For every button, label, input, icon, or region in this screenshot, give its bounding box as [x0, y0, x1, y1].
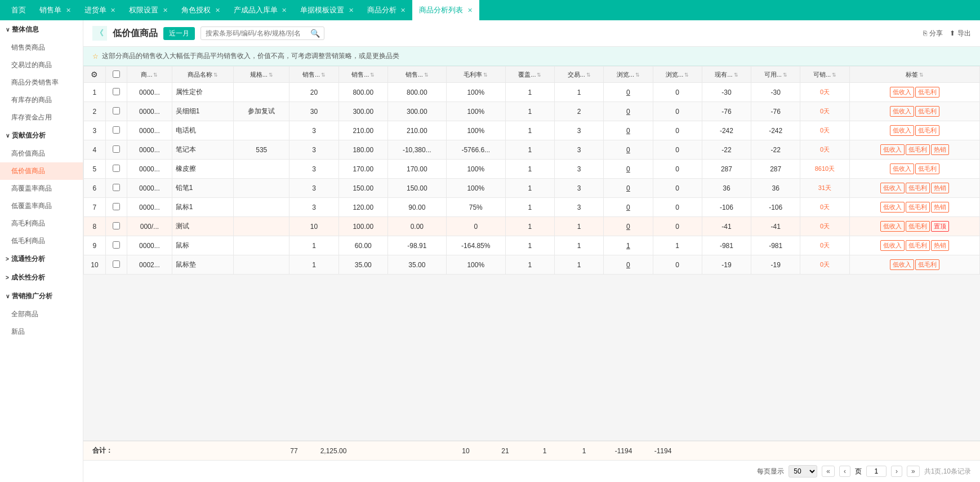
sidebar-item-low-coverage[interactable]: 低覆盖率商品: [0, 197, 83, 215]
checkbox-header[interactable]: [105, 67, 127, 83]
nav-close-icon[interactable]: ✕: [163, 7, 168, 14]
first-page-button[interactable]: «: [822, 466, 835, 477]
page-number-input[interactable]: [866, 466, 887, 477]
row-pv2: 0: [653, 198, 702, 217]
settings-header[interactable]: ⚙: [84, 67, 106, 83]
sidebar-item-low-value[interactable]: 低价值商品: [0, 162, 83, 180]
row-checkbox-cell[interactable]: [105, 236, 127, 255]
sidebar-item-traded-products[interactable]: 交易过的商品: [0, 56, 83, 74]
th-stock[interactable]: 现有...⇅: [702, 67, 751, 83]
sidebar-collapse-button[interactable]: 《: [92, 26, 107, 41]
row-checkbox[interactable]: [113, 126, 120, 134]
pv-link[interactable]: 1: [626, 242, 630, 250]
row-checkbox[interactable]: [113, 241, 120, 249]
row-checkbox[interactable]: [113, 260, 120, 268]
select-all-checkbox[interactable]: [113, 70, 120, 78]
row-checkbox-cell[interactable]: [105, 198, 127, 217]
pv-link[interactable]: 0: [626, 127, 630, 135]
sidebar-section-marketing[interactable]: ∨ 营销推广分析: [0, 287, 83, 306]
row-checkbox-cell[interactable]: [105, 217, 127, 236]
row-checkbox-cell[interactable]: [105, 140, 127, 160]
last-page-button[interactable]: »: [907, 466, 920, 477]
nav-product-stock[interactable]: 产成品入库单 ✕: [227, 0, 294, 20]
pv-link[interactable]: 0: [626, 184, 630, 192]
sidebar-item-low-margin[interactable]: 低毛利商品: [0, 232, 83, 250]
table-wrapper[interactable]: ⚙ 商...⇅ 商品名称⇅ 规格...⇅ 销售...⇅ 销售...⇅ 销售...…: [83, 66, 980, 440]
sidebar-section-liquidity[interactable]: > 流通性分析: [0, 250, 83, 268]
sidebar-item-category-sales-rate[interactable]: 商品分类销售率: [0, 74, 83, 91]
sidebar-item-high-coverage[interactable]: 高覆盖率商品: [0, 180, 83, 197]
row-checkbox-cell[interactable]: [105, 179, 127, 198]
pv-link[interactable]: 0: [626, 261, 630, 269]
settings-icon[interactable]: ⚙: [91, 70, 98, 79]
row-checkbox[interactable]: [113, 107, 120, 114]
row-checkbox-cell[interactable]: [105, 160, 127, 179]
row-checkbox[interactable]: [113, 165, 120, 172]
th-saleable[interactable]: 可销...⇅: [800, 67, 849, 83]
th-tag[interactable]: 标签⇅: [849, 67, 979, 83]
row-checkbox[interactable]: [113, 88, 120, 95]
th-spec[interactable]: 规格...⇅: [234, 67, 289, 83]
row-checkbox-cell[interactable]: [105, 83, 127, 102]
pv-link[interactable]: 0: [626, 89, 630, 96]
nav-home[interactable]: 首页: [5, 0, 33, 20]
sidebar-item-new-products[interactable]: 新品: [0, 323, 83, 341]
next-page-button[interactable]: ›: [891, 466, 902, 477]
th-available[interactable]: 可用...⇅: [751, 67, 800, 83]
nav-close-icon[interactable]: ✕: [467, 7, 473, 14]
th-coverage[interactable]: 覆盖...⇅: [505, 67, 554, 83]
th-sales-amount[interactable]: 销售...⇅: [338, 67, 387, 83]
sidebar-item-high-margin[interactable]: 高毛利商品: [0, 215, 83, 232]
nav-product-analysis-list[interactable]: 商品分析列表 ✕: [412, 0, 479, 20]
nav-purchase-order[interactable]: 进货单 ✕: [78, 0, 123, 20]
share-button[interactable]: ⎘ 分享: [923, 29, 943, 38]
row-checkbox-cell[interactable]: [105, 255, 127, 275]
nav-template-settings[interactable]: 单据模板设置 ✕: [293, 0, 360, 20]
row-checkbox[interactable]: [113, 203, 120, 210]
pv-link[interactable]: 0: [626, 108, 630, 116]
sidebar-item-sales-products[interactable]: 销售类商品: [0, 39, 83, 56]
th-code[interactable]: 商...⇅: [127, 67, 172, 83]
nav-close-icon[interactable]: ✕: [66, 7, 71, 14]
th-sales-avg[interactable]: 销售...⇅: [387, 67, 446, 83]
th-sales-qty[interactable]: 销售...⇅: [289, 67, 338, 83]
sidebar-item-high-value[interactable]: 高价值商品: [0, 145, 83, 162]
nav-close-icon[interactable]: ✕: [215, 7, 220, 14]
nav-role-auth[interactable]: 角色授权 ✕: [175, 0, 227, 20]
row-checkbox-cell[interactable]: [105, 102, 127, 121]
nav-sales-order[interactable]: 销售单 ✕: [33, 0, 78, 20]
product-tag: 低毛利: [915, 259, 939, 270]
sidebar-section-contribution[interactable]: ∨ 贡献值分析: [0, 126, 83, 145]
row-days: 0天: [800, 217, 849, 236]
nav-close-icon[interactable]: ✕: [349, 7, 354, 14]
row-checkbox[interactable]: [113, 222, 120, 229]
page-size-select[interactable]: 50 100 200: [789, 465, 817, 477]
th-name[interactable]: 商品名称⇅: [172, 67, 234, 83]
pv-link[interactable]: 0: [626, 223, 630, 231]
nav-close-icon[interactable]: ✕: [400, 7, 406, 14]
sidebar-item-all-products[interactable]: 全部商品: [0, 306, 83, 323]
search-input[interactable]: [201, 26, 324, 40]
row-checkbox-cell[interactable]: [105, 121, 127, 140]
date-filter-button[interactable]: 近一月: [163, 27, 195, 40]
nav-permissions[interactable]: 权限设置 ✕: [122, 0, 175, 20]
sidebar-section-overall[interactable]: ∨ 整体信息: [0, 20, 83, 39]
row-checkbox[interactable]: [113, 145, 120, 153]
pv-link[interactable]: 0: [626, 165, 630, 173]
th-gross-margin[interactable]: 毛利率⇅: [446, 67, 505, 83]
sidebar-item-stock-capital[interactable]: 库存资金占用: [0, 109, 83, 126]
export-button[interactable]: ⬆ 导出: [950, 29, 971, 38]
prev-page-button[interactable]: ‹: [839, 466, 850, 477]
pv-link[interactable]: 0: [626, 146, 630, 154]
sidebar-section-growth[interactable]: > 成长性分析: [0, 268, 83, 287]
th-transaction[interactable]: 交易...⇅: [555, 67, 604, 83]
nav-close-icon[interactable]: ✕: [282, 7, 287, 14]
th-pv1[interactable]: 浏览...⇅: [604, 67, 653, 83]
search-icon[interactable]: 🔍: [310, 29, 320, 38]
nav-close-icon[interactable]: ✕: [110, 7, 115, 14]
row-checkbox[interactable]: [113, 184, 120, 191]
th-pv2[interactable]: 浏览...⇅: [653, 67, 702, 83]
sidebar-item-stock-products[interactable]: 有库存的商品: [0, 91, 83, 109]
nav-product-analysis[interactable]: 商品分析 ✕: [360, 0, 413, 20]
pv-link[interactable]: 0: [626, 204, 630, 211]
